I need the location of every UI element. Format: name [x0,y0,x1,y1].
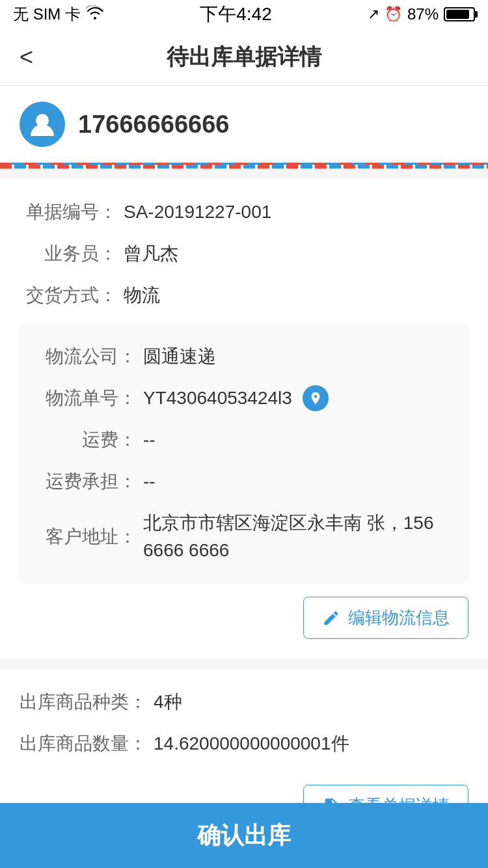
salesperson-value: 曾凡杰 [124,240,468,267]
battery-icon [444,7,475,21]
freight-row: 运费： -- [39,426,449,454]
address-value: 北京市市辖区海淀区永丰南 张，156 6666 6666 [143,509,449,564]
alarm-icon: ⏰ [385,6,402,23]
battery-percent: 87% [407,5,439,23]
goods-types-label: 出库商品种类： [20,688,154,716]
back-button[interactable]: < [20,44,33,71]
wifi-icon [86,5,104,23]
freight-bearer-label: 运费承担： [39,468,143,495]
map-pin-icon [308,391,323,405]
tracking-row: 物流单号： YT43064053424l3 [39,385,449,412]
freight-bearer-value: -- [143,468,449,495]
location-status-icon: ↗ [368,6,379,23]
customer-header: 17666666666 [0,86,488,165]
page-title: 待出库单据详情 [167,42,321,72]
address-label: 客户地址： [39,523,143,550]
goods-types-value: 4种 [154,688,468,716]
goods-quantity-row: 出库商品数量： 14.620000000000001件 [20,730,468,757]
person-icon [28,110,57,139]
salesperson-row: 业务员： 曾凡杰 [20,240,468,267]
nav-bar: < 待出库单据详情 [0,29,488,86]
edit-logistics-label: 编辑物流信息 [348,606,450,629]
freight-value: -- [143,426,449,454]
logistics-company-row: 物流公司： 圆通速递 [39,343,449,370]
status-time: 下午4:42 [200,2,272,27]
goods-quantity-value: 14.620000000000001件 [154,730,468,757]
delivery-row: 交货方式： 物流 [20,282,468,309]
carrier-label: 无 SIM 卡 [13,4,81,25]
order-number-value: SA-20191227-001 [124,198,468,226]
freight-bearer-row: 运费承担： -- [39,468,449,495]
order-info-section: 单据编号： SA-20191227-001 业务员： 曾凡杰 交货方式： 物流 … [0,179,488,658]
freight-label: 运费： [39,426,143,454]
delivery-value: 物流 [124,282,468,309]
battery-fill [446,10,469,19]
confirm-outbound-button[interactable]: 确认出库 [0,803,488,868]
dashed-divider [0,165,488,169]
delivery-label: 交货方式： [20,282,124,309]
avatar [20,102,65,147]
order-number-row: 单据编号： SA-20191227-001 [20,198,468,226]
status-right: ↗ ⏰ 87% [368,5,475,23]
edit-icon [322,609,340,627]
status-left: 无 SIM 卡 [13,4,104,25]
edit-btn-container: 编辑物流信息 [20,584,468,639]
customer-phone: 17666666666 [78,111,229,139]
goods-types-row: 出库商品种类： 4种 [20,688,468,716]
address-row: 客户地址： 北京市市辖区海淀区永丰南 张，156 6666 6666 [39,509,449,564]
confirm-outbound-label: 确认出库 [197,820,291,852]
status-bar: 无 SIM 卡 下午4:42 ↗ ⏰ 87% [0,0,488,29]
logistics-card: 物流公司： 圆通速递 物流单号： YT43064053424l3 运费： -- … [20,323,468,584]
tracking-value: YT43064053424l3 [143,385,449,412]
logistics-company-label: 物流公司： [39,343,143,370]
order-number-label: 单据编号： [20,198,124,226]
salesperson-label: 业务员： [20,240,124,267]
edit-logistics-button[interactable]: 编辑物流信息 [303,597,468,639]
track-location-icon[interactable] [303,385,329,411]
goods-quantity-label: 出库商品数量： [20,730,154,757]
logistics-company-value: 圆通速递 [143,343,449,370]
tracking-label: 物流单号： [39,385,143,412]
